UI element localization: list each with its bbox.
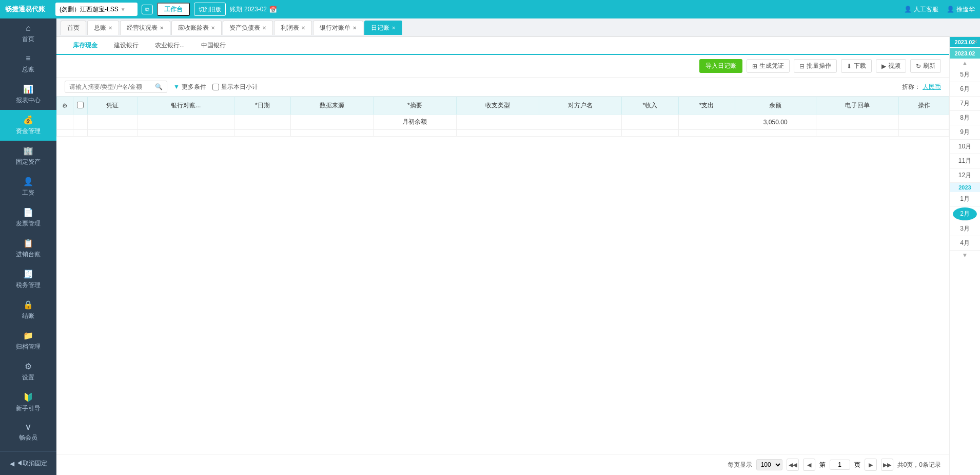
import-journal-button[interactable]: 导入日记账	[699, 59, 742, 73]
last-page-button[interactable]: ▶▶	[881, 459, 893, 471]
cal-month-9[interactable]: 9月	[950, 125, 980, 140]
chevron-down-icon: ▼	[121, 7, 126, 12]
cal-year-header-alt[interactable]: 2023.02	[950, 48, 980, 59]
cal-month-2023-1[interactable]: 1月	[950, 192, 980, 206]
cal-month-12[interactable]: 12月	[950, 168, 980, 183]
more-conditions-button[interactable]: ▼ 更多条件	[173, 83, 206, 91]
col-check[interactable]	[73, 97, 88, 115]
tab-receivable[interactable]: 应收账龄表 ✕	[171, 21, 222, 35]
cal-year-2023-label[interactable]: 2023	[950, 183, 980, 192]
per-page-select[interactable]: 100	[756, 459, 782, 470]
first-page-button[interactable]: ◀◀	[787, 459, 799, 471]
user-profile[interactable]: 👤 徐逢华	[947, 5, 975, 14]
cal-month-8[interactable]: 8月	[950, 111, 980, 125]
tab-bar: 首页 总账 ✕ 经营状况表 ✕ 应收账龄表 ✕ 资产负债表 ✕ 利润表 ✕	[56, 18, 980, 37]
per-page-label: 每页显示	[728, 461, 752, 469]
sidebar-item-invoices[interactable]: 📄 发票管理	[0, 202, 56, 233]
close-icon[interactable]: ✕	[160, 25, 164, 31]
sidebar-item-guide[interactable]: 🔰 新手引导	[0, 387, 56, 418]
sub-tab-cash[interactable]: 库存现金	[65, 37, 106, 55]
cal-nav-down[interactable]: ▼	[950, 251, 980, 260]
sidebar-item-reports[interactable]: 📊 报表中心	[0, 79, 56, 110]
cal-month-2023-3[interactable]: 3月	[950, 222, 980, 236]
cal-nav-up[interactable]: ▲	[950, 59, 980, 68]
page-number-input[interactable]	[830, 460, 850, 470]
cal-month-10[interactable]: 10月	[950, 140, 980, 154]
cal-nav-down-icon[interactable]: ▼	[962, 252, 968, 259]
sub-tab-abc[interactable]: 农业银行...	[147, 37, 193, 55]
old-version-button[interactable]: 切到旧版	[194, 3, 226, 16]
tab-bank[interactable]: 银行对账单 ✕	[313, 21, 363, 35]
tab-general[interactable]: 总账 ✕	[87, 21, 119, 35]
table-header: ⚙ 凭证 银行对账... *日期 数据来源 *摘要 收支类型 对方户名 *收入	[57, 97, 949, 115]
cal-month-2023-4[interactable]: 4月	[950, 236, 980, 251]
currency-link[interactable]: 人民币	[923, 83, 941, 91]
close-icon[interactable]: ✕	[391, 25, 396, 31]
close-icon[interactable]: ✕	[352, 25, 357, 31]
batch-ops-button[interactable]: ⊟ 批量操作	[794, 59, 837, 73]
table-row: 月初余额 3,050.00	[57, 115, 949, 130]
archive-icon: 📁	[23, 331, 33, 340]
refresh-button[interactable]: ↻ 刷新	[910, 59, 941, 73]
cal-month-11[interactable]: 11月	[950, 154, 980, 168]
close-icon[interactable]: ✕	[262, 25, 266, 31]
select-all-checkbox[interactable]	[77, 102, 84, 108]
sidebar-item-general[interactable]: ≡ 总账	[0, 49, 56, 79]
sidebar-item-tax[interactable]: 🧾 税务管理	[0, 264, 56, 295]
daily-subtotal-checkbox[interactable]	[212, 84, 219, 90]
sidebar-item-settings[interactable]: ⚙ 设置	[0, 356, 56, 387]
row-balance	[735, 130, 816, 137]
close-icon[interactable]: ✕	[301, 25, 305, 31]
sidebar-item-capital[interactable]: 💰 资金管理	[0, 110, 56, 141]
row-expense	[678, 130, 735, 137]
close-icon[interactable]: ✕	[211, 25, 215, 31]
download-button[interactable]: ⬇ 下载	[841, 59, 872, 73]
sub-tab-ccb[interactable]: 建设银行	[106, 37, 147, 55]
tab-status[interactable]: 经营状况表 ✕	[120, 21, 170, 35]
calendar-panel: ✕ 2023.02 2023.02 ▲ 5月 6月 7月 8月 9月 10月 1…	[949, 37, 980, 475]
company-name: (勿删）江西超宝-LSS	[60, 5, 119, 14]
prev-page-button[interactable]: ◀	[803, 459, 815, 471]
customer-service[interactable]: 👤 人工客服	[904, 5, 938, 14]
next-page-button[interactable]: ▶	[865, 459, 877, 471]
workspace-button[interactable]: 工作台	[157, 3, 190, 16]
unpin-button[interactable]: ◀ ◀取消固定	[0, 456, 56, 471]
cal-month-6[interactable]: 6月	[950, 82, 980, 97]
col-data-source: 数据来源	[290, 97, 373, 115]
sidebar-item-home[interactable]: ⌂ 首页	[0, 18, 56, 49]
cal-month-7[interactable]: 7月	[950, 97, 980, 111]
tab-profit[interactable]: 利润表 ✕	[274, 21, 312, 35]
calendar-close-button[interactable]: ✕	[973, 38, 978, 45]
cal-nav-up-icon[interactable]: ▲	[962, 60, 968, 67]
video-button[interactable]: ▶ 视频	[876, 59, 906, 73]
sidebar-item-wages[interactable]: 👤 工资	[0, 172, 56, 202]
search-input[interactable]	[69, 83, 153, 90]
generate-voucher-button[interactable]: ⊞ 生成凭证	[747, 59, 790, 73]
close-icon[interactable]: ✕	[108, 25, 112, 31]
company-selector[interactable]: (勿删）江西超宝-LSS ▼	[55, 3, 138, 16]
tab-home[interactable]: 首页	[61, 21, 86, 35]
col-settings[interactable]: ⚙	[57, 97, 73, 115]
avatar: 👤	[947, 6, 954, 13]
sub-tab-boc[interactable]: 中国银行	[193, 37, 234, 55]
sidebar-item-archive[interactable]: 📁 归档管理	[0, 326, 56, 356]
calendar-icon[interactable]: 📅	[269, 6, 277, 13]
search-icon[interactable]: 🔍	[155, 83, 163, 90]
sidebar-item-closing[interactable]: 🔒 结账	[0, 295, 56, 326]
row-income	[622, 130, 678, 137]
period-label: 账期	[230, 5, 242, 14]
search-box[interactable]: 🔍	[65, 81, 167, 93]
sidebar-item-fixed[interactable]: 🏢 固定资产	[0, 141, 56, 172]
refresh-icon: ↻	[916, 63, 921, 70]
sidebar-item-purchase[interactable]: 📋 进销台账	[0, 233, 56, 264]
row-electronic	[816, 130, 898, 137]
cal-month-2023-2[interactable]: 2月	[953, 207, 977, 221]
row-settings	[57, 115, 73, 130]
sidebar-item-member[interactable]: V 畅会员	[0, 418, 56, 447]
tab-journal[interactable]: 日记账 ✕	[364, 21, 402, 35]
tab-assets[interactable]: 资产负债表 ✕	[223, 21, 273, 35]
sidebar-item-label: 首页	[22, 35, 34, 44]
copy-button[interactable]: ⧉	[142, 5, 153, 14]
cal-month-5[interactable]: 5月	[950, 68, 980, 82]
show-daily-subtotal[interactable]: 显示本日小计	[212, 83, 258, 91]
